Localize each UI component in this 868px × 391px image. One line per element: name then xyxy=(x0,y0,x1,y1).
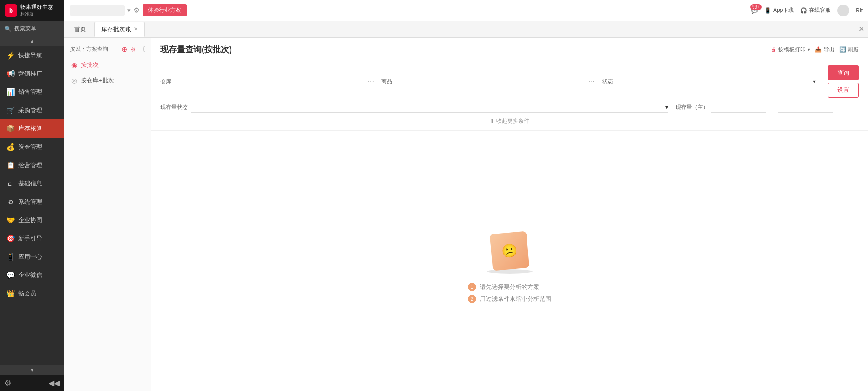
tabbar-close-all[interactable]: ✕ xyxy=(858,25,864,33)
product-label: 商品 xyxy=(381,78,395,86)
topbar-gear-icon[interactable]: ⚙ xyxy=(133,6,140,15)
query-button[interactable]: 查询 xyxy=(828,65,859,80)
sidebar-item-operation[interactable]: 📋 经营管理 xyxy=(0,156,64,174)
sidebar-item-basic[interactable]: 🗂 基础信息 xyxy=(0,174,64,193)
product-input[interactable] xyxy=(398,76,587,87)
sidebar-item-label: 畅会员 xyxy=(18,289,36,298)
warehouse-more-icon[interactable]: ··· xyxy=(368,77,374,86)
add-plan-icon[interactable]: ⊕ xyxy=(121,45,127,54)
export-icon: 📤 xyxy=(815,46,822,53)
online-service-label: 在线客服 xyxy=(809,6,831,14)
plan-item-batch[interactable]: ◉ 按批次 xyxy=(64,57,151,73)
avatar[interactable] xyxy=(837,5,849,16)
tab-home-label: 首页 xyxy=(74,25,86,33)
warehouse-input[interactable] xyxy=(177,76,366,87)
empty-state: 😕 1 请先选择要分析的方案 2 用过滤条件来缩小分析范围 xyxy=(151,131,868,391)
empty-step-2: 2 用过滤条件来缩小分析范围 xyxy=(468,295,551,303)
settings-icon[interactable]: ⚙ xyxy=(5,379,11,387)
step-2-text: 用过滤条件来缩小分析范围 xyxy=(480,295,551,303)
sidebar-item-label: 资金管理 xyxy=(18,143,42,151)
app-download-button[interactable]: 📱 App下载 xyxy=(764,6,794,14)
sidebar-item-marketing[interactable]: 📢 营销推广 xyxy=(0,65,64,83)
system-icon: ⚙ xyxy=(6,198,15,206)
plan-inactive-icon: ◎ xyxy=(71,77,77,84)
filter-row-1: 仓库 ··· 商品 ··· 状态 ▾ xyxy=(160,65,859,98)
empty-step-1: 1 请先选择要分析的方案 xyxy=(468,283,551,291)
inventory-qty-to[interactable] xyxy=(778,102,833,113)
sidebar-item-appcenter[interactable]: 📱 应用中心 xyxy=(0,248,64,266)
sidebar-item-system[interactable]: ⚙ 系统管理 xyxy=(0,193,64,211)
plan-label: 按批次 xyxy=(81,61,99,69)
topbar-search-input[interactable] xyxy=(70,5,125,16)
refresh-button[interactable]: 🔄 刷新 xyxy=(839,46,859,54)
sidebar-item-label: 新手引导 xyxy=(18,234,42,243)
tab-active-label: 库存批次账 xyxy=(101,25,131,33)
inventory-qty-label: 现存量（主） xyxy=(676,103,709,111)
sidebar-item-wechat[interactable]: 💬 企业微信 xyxy=(0,266,64,284)
collapse-panel-icon[interactable]: 《 xyxy=(139,45,145,54)
sidebar-item-label: 销售管理 xyxy=(18,88,42,96)
page-header: 现存量查询(按批次) 🖨 按模板打印 ▾ 📤 导出 🔄 刷新 xyxy=(151,38,868,60)
page-title: 现存量查询(按批次) xyxy=(160,44,232,55)
sidebar-item-label: 库存核算 xyxy=(18,125,42,133)
sales-icon: 📊 xyxy=(6,88,15,96)
sidebar-brand: 畅康通好生意 标准版 xyxy=(20,4,53,17)
main-area: ▾ ⚙ 体验行业方案 💬 99+ 📱 App下载 🎧 在线客服 Rit 首页 xyxy=(64,0,868,391)
empty-face-icon: 😕 xyxy=(501,243,518,259)
filter-actions: 查询 设置 xyxy=(828,65,859,98)
inventory-qty-filter: 现存量（主） — xyxy=(676,102,859,113)
print-button[interactable]: 🖨 按模板打印 ▾ xyxy=(771,46,810,54)
online-service-button[interactable]: 🎧 在线客服 xyxy=(800,6,831,14)
tab-home[interactable]: 首页 xyxy=(68,22,93,36)
sidebar-scroll-down[interactable]: ▼ xyxy=(0,365,64,375)
username-label[interactable]: Rit xyxy=(856,7,863,14)
topbar-chevron-icon[interactable]: ▾ xyxy=(127,7,131,14)
sidebar-item-finance[interactable]: 💰 资金管理 xyxy=(0,138,64,156)
plan-settings-icon[interactable]: ⚙ xyxy=(130,46,136,53)
sidebar-search-label: 搜索菜单 xyxy=(14,25,36,33)
plan-active-icon: ◉ xyxy=(71,61,77,69)
sidebar-item-sales[interactable]: 📊 销售管理 xyxy=(0,83,64,101)
tab-close-icon[interactable]: ✕ xyxy=(134,26,138,32)
step-2-number: 2 xyxy=(468,295,476,303)
warehouse-filter: 仓库 ··· xyxy=(160,76,374,87)
product-more-icon[interactable]: ··· xyxy=(589,77,595,86)
sidebar-item-newbie[interactable]: 🎯 新手引导 xyxy=(0,229,64,248)
sidebar-search[interactable]: 🔍 搜索菜单 xyxy=(0,21,64,36)
app-download-icon: 📱 xyxy=(764,7,771,14)
sidebar-scroll-up[interactable]: ▲ xyxy=(0,36,64,46)
sidebar-item-enterprise[interactable]: 🤝 企业协同 xyxy=(0,211,64,229)
status-select[interactable]: ▾ xyxy=(619,76,816,87)
marketing-icon: 📢 xyxy=(6,70,15,78)
print-dropdown-icon[interactable]: ▾ xyxy=(808,46,810,53)
filter-row-2: 现存量状态 ▾ 现存量（主） — xyxy=(160,102,859,113)
inventory-status-select[interactable]: ▾ xyxy=(191,102,668,113)
inventory-qty-from[interactable] xyxy=(711,102,766,113)
sidebar-item-inventory[interactable]: 📦 库存核算 xyxy=(0,119,64,138)
collapse-filter-button[interactable]: ⬆ 收起更多条件 xyxy=(160,117,859,125)
topbar: ▾ ⚙ 体验行业方案 💬 99+ 📱 App下载 🎧 在线客服 Rit xyxy=(64,0,868,21)
sidebar-item-label: 经营管理 xyxy=(18,161,42,169)
trial-button[interactable]: 体验行业方案 xyxy=(143,4,187,16)
export-button[interactable]: 📤 导出 xyxy=(815,46,835,54)
newbie-icon: 🎯 xyxy=(6,234,15,243)
content-area: 按以下方案查询 ⊕ ⚙ 《 ◉ 按批次 ◎ 按仓库+批次 现存量查询(按批次) xyxy=(64,38,868,391)
headset-icon: 🎧 xyxy=(800,7,807,14)
step-1-text: 请先选择要分析的方案 xyxy=(480,283,539,291)
refresh-label: 刷新 xyxy=(848,46,859,54)
status-chevron-icon: ▾ xyxy=(813,78,816,85)
sidebar-item-quick-nav[interactable]: ⚡ 快捷导航 xyxy=(0,46,64,65)
sidebar-nav: ⚡ 快捷导航 📢 营销推广 📊 销售管理 🛒 采购管理 📦 库存核算 💰 资金管… xyxy=(0,46,64,365)
refresh-icon: 🔄 xyxy=(839,46,846,53)
topbar-right: 💬 99+ 📱 App下载 🎧 在线客服 Rit xyxy=(751,5,863,16)
tabbar: 首页 库存批次账 ✕ ✕ xyxy=(64,21,868,38)
sidebar-item-purchase[interactable]: 🛒 采购管理 xyxy=(0,101,64,119)
plan-item-warehouse-batch[interactable]: ◎ 按仓库+批次 xyxy=(64,73,151,88)
settings-button[interactable]: 设置 xyxy=(828,83,859,98)
left-panel-header: 按以下方案查询 ⊕ ⚙ 《 xyxy=(64,42,151,57)
messages-button[interactable]: 💬 99+ xyxy=(751,7,758,14)
sidebar-item-member[interactable]: 👑 畅会员 xyxy=(0,284,64,303)
tab-inventory-batch[interactable]: 库存批次账 ✕ xyxy=(94,22,145,37)
collapse-sidebar-icon[interactable]: ◀◀ xyxy=(49,379,60,387)
left-panel: 按以下方案查询 ⊕ ⚙ 《 ◉ 按批次 ◎ 按仓库+批次 xyxy=(64,38,151,391)
